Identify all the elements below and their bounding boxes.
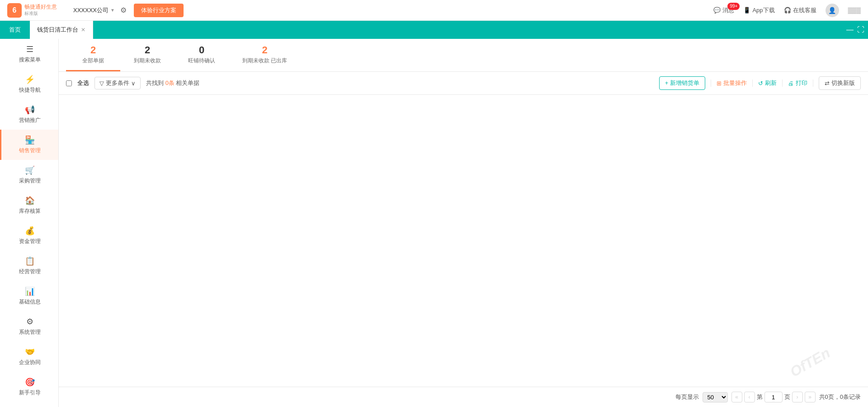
- top-bar: 6 畅捷通好生意 标准版 XXXXXX公司 ▼ ⚙ 体验行业方案 💬 消息 99…: [0, 0, 868, 21]
- purchase-icon: 🛒: [25, 165, 35, 175]
- logo-icon: 6: [7, 3, 22, 18]
- divider2: [752, 80, 753, 87]
- inventory-icon: 🏠: [25, 196, 35, 206]
- sidebar-item-operations[interactable]: 📋 经营管理: [0, 251, 58, 281]
- sidebar-label-cooperation: 企业协同: [19, 359, 41, 366]
- batch-operation-button[interactable]: ⊞ 批量操作: [717, 79, 747, 87]
- sidebar-label-purchase: 采购管理: [19, 177, 41, 185]
- toolbar-right: + 新增销货单 ⊞ 批量操作 ↺ 刷新 🖨 打印 ⇄: [659, 76, 861, 90]
- page-first-button[interactable]: «: [731, 392, 742, 402]
- sidebar-item-finance[interactable]: 💰 资金管理: [0, 220, 58, 251]
- message-icon: 💬: [713, 7, 721, 14]
- found-text: 共找到 0条 相关单据: [146, 79, 199, 87]
- more-filters-button[interactable]: ▽ 更多条件 ∨: [94, 77, 141, 89]
- message-button[interactable]: 💬 消息 99+: [713, 6, 734, 14]
- stat-num-all: 2: [90, 44, 96, 56]
- page-last-button[interactable]: »: [805, 392, 816, 402]
- page-prev-button[interactable]: ‹: [744, 392, 755, 402]
- user-name-area[interactable]: ▓▓▓: [848, 7, 861, 14]
- stat-tab-overdue[interactable]: 2 到期未收款: [120, 39, 175, 71]
- cooperation-icon: 🤝: [25, 347, 35, 357]
- per-page-label: 每页显示: [675, 393, 699, 401]
- sidebar-item-basic-info[interactable]: 📊 基础信息: [0, 281, 58, 311]
- app-download-button[interactable]: 📱 App下载: [743, 6, 774, 14]
- finance-icon: 💰: [25, 226, 35, 236]
- user-placeholder: ▓▓▓: [848, 7, 861, 14]
- online-service-button[interactable]: 🎧 在线客服: [784, 6, 816, 14]
- refresh-button[interactable]: ↺ 刷新: [758, 79, 777, 87]
- print-icon: 🖨: [788, 80, 794, 87]
- stat-label-pending: 旺铺待确认: [188, 57, 215, 65]
- company-selector[interactable]: XXXXXX公司 ▼: [73, 6, 115, 14]
- new-sale-button[interactable]: + 新增销货单: [659, 76, 705, 90]
- sidebar-label-search-menu: 搜索菜单: [19, 56, 41, 64]
- avatar[interactable]: 👤: [826, 4, 839, 17]
- select-all-checkbox[interactable]: [66, 80, 72, 86]
- sidebar-label-system: 系统管理: [19, 328, 41, 336]
- tab-close-icon[interactable]: ✕: [81, 27, 85, 33]
- toolbar-left: 全选 ▽ 更多条件 ∨ 共找到 0条 相关单据: [66, 77, 654, 89]
- pagination: 每页显示 50 20 100 « ‹ 第 页 › » 共0页，0条记录: [59, 387, 868, 407]
- content-area: 2 全部单据 2 到期未收款 0 旺铺待确认 2 到期未收款 已出库 全选: [59, 39, 868, 407]
- sidebar-item-quick-nav[interactable]: ⚡ 快捷导航: [0, 69, 58, 99]
- sidebar: ☰ 搜索菜单 ⚡ 快捷导航 📢 营销推广 🏪 销售管理 🛒 采购管理 🏠 库存核…: [0, 39, 59, 407]
- tab-workbench-label: 钱货日清工作台: [37, 26, 78, 34]
- stats-tabs: 2 全部单据 2 到期未收款 0 旺铺待确认 2 到期未收款 已出库: [59, 39, 868, 72]
- stat-num-pending: 0: [199, 44, 204, 56]
- logo-sub: 标准版: [24, 10, 57, 17]
- sidebar-label-basic-info: 基础信息: [19, 298, 41, 306]
- stat-num-overdue: 2: [145, 44, 150, 56]
- stat-tab-overdue-out[interactable]: 2 到期未收款 已出库: [229, 39, 301, 71]
- main-layout: ☰ 搜索菜单 ⚡ 快捷导航 📢 营销推广 🏪 销售管理 🛒 采购管理 🏠 库存核…: [0, 39, 868, 407]
- sidebar-item-cooperation[interactable]: 🤝 企业协同: [0, 342, 58, 372]
- print-button[interactable]: 🖨 打印: [788, 79, 807, 87]
- found-prefix: 共找到: [146, 80, 164, 86]
- stat-num-overdue-out: 2: [262, 44, 268, 56]
- stat-tab-all[interactable]: 2 全部单据: [66, 39, 120, 71]
- found-count: 0条: [165, 80, 175, 86]
- page-number-input[interactable]: [764, 392, 783, 402]
- table-area: [59, 95, 868, 387]
- download-icon: 📱: [743, 7, 750, 14]
- quick-nav-icon: ⚡: [25, 75, 35, 84]
- refresh-label: 刷新: [765, 79, 777, 87]
- sidebar-item-guide[interactable]: 🎯 新手引导: [0, 372, 58, 402]
- settings-icon[interactable]: ⚙: [120, 6, 127, 14]
- sidebar-label-operations: 经营管理: [19, 268, 41, 276]
- online-service-label: 在线客服: [793, 6, 816, 14]
- tab-maximize-icon[interactable]: ⛶: [857, 26, 864, 34]
- divider3: [782, 80, 783, 87]
- switch-version-button[interactable]: ⇄ 切换新版: [819, 76, 861, 90]
- tab-minimize-icon[interactable]: —: [846, 26, 854, 34]
- tab-workbench[interactable]: 钱货日清工作台 ✕: [30, 21, 93, 39]
- tab-bar-actions: — ⛶: [846, 26, 868, 34]
- stat-label-overdue-out: 到期未收款 已出库: [242, 57, 287, 65]
- page-label: 第: [757, 393, 763, 401]
- sidebar-item-app-center[interactable]: 📦 应用中心: [0, 402, 58, 407]
- tab-home[interactable]: 首页: [0, 21, 30, 39]
- page-suffix: 页: [784, 393, 790, 401]
- batch-label: 批量操作: [723, 79, 747, 87]
- trial-button[interactable]: 体验行业方案: [134, 4, 184, 17]
- per-page-select[interactable]: 50 20 100: [703, 392, 728, 402]
- tab-bar: 首页 钱货日清工作台 ✕ — ⛶: [0, 21, 868, 39]
- print-label: 打印: [796, 79, 807, 87]
- sidebar-item-marketing[interactable]: 📢 营销推广: [0, 99, 58, 130]
- sidebar-item-sales[interactable]: 🏪 销售管理: [0, 130, 58, 160]
- page-next-button[interactable]: ›: [792, 392, 803, 402]
- divider: [711, 80, 711, 87]
- sidebar-label-guide: 新手引导: [19, 389, 41, 397]
- found-suffix: 相关单据: [176, 80, 199, 86]
- stat-tab-pending[interactable]: 0 旺铺待确认: [175, 39, 229, 71]
- sidebar-item-system[interactable]: ⚙ 系统管理: [0, 311, 58, 342]
- company-name: XXXXXX公司: [73, 6, 108, 14]
- sidebar-item-inventory[interactable]: 🏠 库存核算: [0, 190, 58, 220]
- more-filters-label: 更多条件: [106, 79, 129, 87]
- sidebar-item-search-menu[interactable]: ☰ 搜索菜单: [0, 39, 58, 69]
- avatar-icon: 👤: [828, 7, 836, 14]
- batch-icon: ⊞: [717, 80, 722, 87]
- sidebar-label-quick-nav: 快捷导航: [19, 86, 41, 94]
- chevron-down-icon: ▼: [110, 8, 115, 13]
- sidebar-item-purchase[interactable]: 🛒 采购管理: [0, 160, 58, 190]
- filter-icon: ▽: [99, 80, 104, 87]
